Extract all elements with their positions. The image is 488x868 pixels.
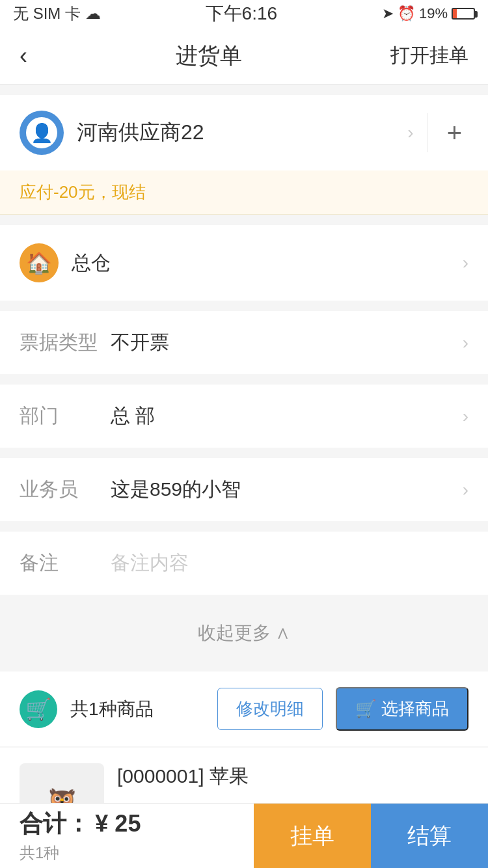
department-row[interactable]: 部门 总 部 ›	[0, 385, 488, 448]
total-section: 合计： ¥ 25 共1种	[0, 808, 254, 863]
nav-bar: ‹ 进货单 打开挂单	[0, 27, 488, 85]
remark-label: 备注	[20, 550, 98, 576]
total-label: 合计：	[20, 810, 90, 837]
notice-bar: 应付-20元，现结	[0, 170, 488, 215]
sim-label: 无 SIM 卡 ☁	[13, 3, 101, 24]
warehouse-name: 总仓	[72, 250, 456, 277]
checkout-button[interactable]: 结算	[371, 804, 488, 869]
invoice-section: 票据类型 不开票 ›	[0, 311, 488, 374]
battery-label: 19%	[419, 5, 448, 22]
bottom-bar: 合计： ¥ 25 共1种 挂单 结算	[0, 803, 488, 868]
products-header: 🛒 共1种商品 修改明细 🛒 选择商品	[0, 671, 488, 746]
open-pending-button[interactable]: 打开挂单	[390, 42, 468, 69]
warehouse-row[interactable]: 🏠 总仓 ›	[0, 225, 488, 301]
warehouse-section: 🏠 总仓 ›	[0, 225, 488, 301]
supplier-section: 👤 河南供应商22 › + 应付-20元，现结	[0, 95, 488, 215]
department-value: 总 部	[111, 403, 456, 429]
salesperson-label: 业务员	[20, 476, 98, 503]
product-title: 苹果	[210, 765, 249, 787]
status-time: 下午6:16	[206, 1, 278, 26]
department-section: 部门 总 部 ›	[0, 385, 488, 448]
invoice-chevron-icon: ›	[463, 332, 468, 353]
salesperson-chevron-icon: ›	[463, 480, 468, 500]
supplier-avatar: 👤	[20, 111, 64, 155]
modify-detail-button[interactable]: 修改明细	[217, 688, 323, 730]
back-button[interactable]: ‹	[20, 42, 27, 70]
add-supplier-button[interactable]: +	[441, 118, 468, 148]
salesperson-row[interactable]: 业务员 这是859的小智 ›	[0, 458, 488, 521]
remark-section: 备注 备注内容	[0, 532, 488, 595]
remark-row: 备注 备注内容	[0, 532, 488, 595]
alarm-icon: ⏰	[398, 5, 415, 22]
remark-input[interactable]: 备注内容	[111, 550, 468, 576]
salesperson-value: 这是859的小智	[111, 476, 456, 503]
total-count: 共1种	[20, 843, 234, 863]
supplier-divider	[427, 113, 427, 152]
invoice-label: 票据类型	[20, 329, 98, 356]
product-code: [0000001]	[117, 765, 204, 787]
supplier-name: 河南供应商22	[77, 118, 401, 147]
select-product-icon: 🛒	[355, 699, 376, 719]
invoice-value: 不开票	[111, 329, 456, 356]
total-amount: ¥ 25	[95, 810, 141, 837]
select-product-label: 选择商品	[381, 698, 449, 720]
invoice-row[interactable]: 票据类型 不开票 ›	[0, 311, 488, 374]
location-icon: ➤	[382, 5, 394, 22]
salesperson-section: 业务员 这是859的小智 ›	[0, 458, 488, 521]
department-label: 部门	[20, 403, 98, 429]
collapse-bar[interactable]: 收起更多 ∧	[0, 605, 488, 661]
product-name: [0000001] 苹果	[117, 763, 438, 790]
total-amount-row: 合计： ¥ 25	[20, 808, 234, 840]
hang-order-button[interactable]: 挂单	[254, 804, 371, 869]
warehouse-chevron-icon: ›	[463, 252, 468, 273]
products-count: 共1种商品	[70, 697, 204, 722]
status-bar: 无 SIM 卡 ☁ 下午6:16 ➤ ⏰ 19%	[0, 0, 488, 27]
warehouse-icon: 🏠	[20, 243, 59, 282]
battery-icon	[452, 8, 475, 20]
page-title: 进货单	[176, 41, 242, 71]
avatar-icon: 👤	[26, 117, 57, 148]
select-product-button[interactable]: 🛒 选择商品	[336, 687, 468, 731]
status-left: 无 SIM 卡 ☁	[13, 3, 101, 24]
supplier-row[interactable]: 👤 河南供应商22 › +	[0, 95, 488, 170]
supplier-chevron-icon: ›	[407, 122, 413, 143]
products-icon: 🛒	[20, 690, 57, 728]
department-chevron-icon: ›	[463, 406, 468, 427]
status-right: ➤ ⏰ 19%	[382, 5, 475, 22]
